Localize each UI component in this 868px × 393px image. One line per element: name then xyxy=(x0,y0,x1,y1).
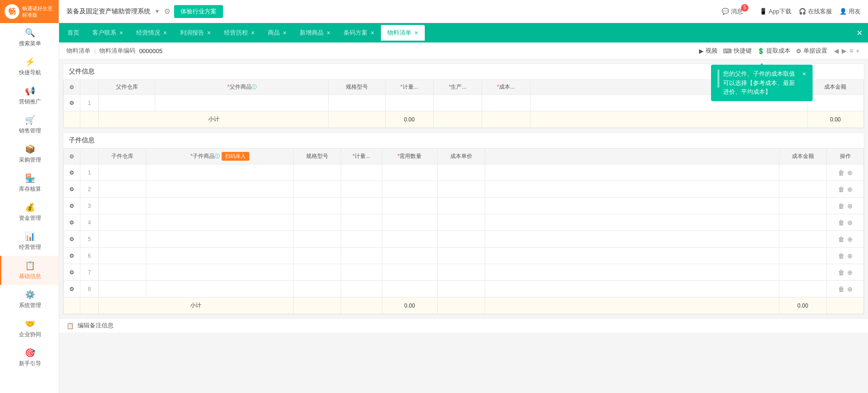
row-gear[interactable]: ⚙ xyxy=(64,198,80,214)
child-spec-cell[interactable] xyxy=(293,264,341,281)
child-product-cell[interactable] xyxy=(146,164,293,181)
close-all-tabs-icon[interactable]: ✕ xyxy=(853,29,866,37)
child-qty-cell[interactable] xyxy=(382,281,437,297)
child-qty-cell[interactable] xyxy=(382,248,437,264)
sidebar-item-快捷导航[interactable]: ⚡快捷导航 xyxy=(0,52,59,81)
notes-text[interactable]: 编辑备注信息 xyxy=(78,321,114,330)
add-icon[interactable]: + xyxy=(855,46,861,55)
copy-icon[interactable]: ⊕ xyxy=(847,202,853,210)
delete-icon[interactable]: 🗑 xyxy=(838,236,844,243)
copy-icon[interactable]: ⊕ xyxy=(847,252,853,260)
tooltip-close-button[interactable]: × xyxy=(802,69,806,79)
child-product-cell[interactable] xyxy=(146,214,293,231)
row-gear[interactable]: ⚙ xyxy=(64,95,80,111)
child-warehouse-cell[interactable] xyxy=(99,281,146,297)
copy-icon[interactable]: ⊕ xyxy=(847,186,853,193)
child-unit-cell[interactable] xyxy=(341,281,382,297)
child-warehouse-cell[interactable] xyxy=(99,214,146,231)
copy-icon[interactable]: ⊕ xyxy=(847,285,853,293)
child-spec-cell[interactable] xyxy=(293,198,341,214)
sidebar-item-营销推广[interactable]: 📢营销推广 xyxy=(0,81,59,110)
child-unit-cost-cell[interactable] xyxy=(437,181,485,198)
child-product-cell[interactable] xyxy=(146,281,293,297)
row-gear[interactable]: ⚙ xyxy=(64,248,80,264)
child-product-cell[interactable] xyxy=(146,198,293,214)
copy-icon[interactable]: ⊕ xyxy=(847,269,853,276)
child-unit-cost-cell[interactable] xyxy=(437,264,485,281)
copy-icon[interactable]: ⊕ xyxy=(847,169,853,176)
copy-icon[interactable]: ⊕ xyxy=(847,219,853,226)
delete-icon[interactable]: 🗑 xyxy=(838,219,844,226)
dropdown-arrow[interactable]: ▼ xyxy=(154,8,160,15)
tab-物料清单[interactable]: 物料清单✕ xyxy=(381,25,425,41)
child-spec-cell[interactable] xyxy=(293,281,341,297)
tab-close-icon[interactable]: ✕ xyxy=(207,30,211,36)
tab-close-icon[interactable]: ✕ xyxy=(414,30,418,36)
child-unit-cell[interactable] xyxy=(341,264,382,281)
online-service-button[interactable]: 🎧 在线客服 xyxy=(799,7,832,16)
tab-close-icon[interactable]: ✕ xyxy=(251,30,255,36)
child-spec-cell[interactable] xyxy=(293,164,341,181)
sidebar-item-搜索菜单[interactable]: 🔍搜索菜单 xyxy=(0,23,59,52)
child-unit-cell[interactable] xyxy=(341,181,382,198)
parent-product-cell[interactable] xyxy=(155,95,329,111)
breadcrumb-parent[interactable]: 物料清单 xyxy=(66,47,90,55)
tab-首页[interactable]: 首页 xyxy=(61,25,86,41)
child-warehouse-cell[interactable] xyxy=(99,181,146,198)
delete-icon[interactable]: 🗑 xyxy=(838,169,844,176)
user-menu[interactable]: 👤 用友 xyxy=(839,7,861,16)
sidebar-item-经营管理[interactable]: 📊经营管理 xyxy=(0,227,59,256)
child-unit-cell[interactable] xyxy=(341,164,382,181)
row-gear[interactable]: ⚙ xyxy=(64,181,80,198)
child-unit-cost-cell[interactable] xyxy=(437,198,485,214)
row-gear[interactable]: ⚙ xyxy=(64,231,80,248)
cost-action[interactable]: 💲 提取成本 xyxy=(757,47,790,55)
child-spec-cell[interactable] xyxy=(293,231,341,248)
child-product-cell[interactable] xyxy=(146,264,293,281)
child-warehouse-cell[interactable] xyxy=(99,231,146,248)
parent-warehouse-cell[interactable] xyxy=(99,95,155,111)
gear-icon[interactable]: ⚙ xyxy=(69,84,74,91)
child-unit-cell[interactable] xyxy=(341,231,382,248)
sidebar-item-基础信息[interactable]: 📋基础信息 xyxy=(0,256,59,285)
sidebar-item-系统管理[interactable]: ⚙️系统管理 xyxy=(0,285,59,314)
tab-条码方案[interactable]: 条码方案✕ xyxy=(337,25,381,41)
tab-新增商品[interactable]: 新增商品✕ xyxy=(293,25,337,41)
tab-close-icon[interactable]: ✕ xyxy=(163,30,167,36)
sidebar-item-采购管理[interactable]: 📦采购管理 xyxy=(0,139,59,169)
child-gear-icon[interactable]: ⚙ xyxy=(69,153,74,160)
sidebar-item-企业协同[interactable]: 🤝企业协同 xyxy=(0,314,59,343)
parent-production-cell[interactable] xyxy=(434,95,482,111)
delete-icon[interactable]: 🗑 xyxy=(838,285,844,293)
child-qty-cell[interactable] xyxy=(382,198,437,214)
child-qty-cell[interactable] xyxy=(382,264,437,281)
child-unit-cost-cell[interactable] xyxy=(437,281,485,297)
parent-unit-cell[interactable] xyxy=(385,95,434,111)
tab-close-icon[interactable]: ✕ xyxy=(326,30,331,36)
delete-icon[interactable]: 🗑 xyxy=(838,269,844,276)
copy-icon[interactable]: ⊕ xyxy=(847,236,853,243)
child-qty-cell[interactable] xyxy=(382,181,437,198)
message-button[interactable]: 💬 消息 5 xyxy=(722,7,752,16)
sidebar-item-资金管理[interactable]: 💰资金管理 xyxy=(0,198,59,227)
shortcut-action[interactable]: ⌨ 快捷键 xyxy=(723,47,752,55)
tab-经营情况[interactable]: 经营情况✕ xyxy=(130,25,174,41)
child-unit-cost-cell[interactable] xyxy=(437,164,485,181)
sidebar-item-库存核算[interactable]: 🏪库存核算 xyxy=(0,169,59,198)
tab-close-icon[interactable]: ✕ xyxy=(119,30,123,36)
row-gear[interactable]: ⚙ xyxy=(64,264,80,281)
child-warehouse-cell[interactable] xyxy=(99,264,146,281)
prev-arrow[interactable]: ◀ xyxy=(833,46,840,55)
row-gear[interactable]: ⚙ xyxy=(64,164,80,181)
child-product-cell[interactable] xyxy=(146,231,293,248)
child-spec-cell[interactable] xyxy=(293,214,341,231)
sidebar-item-新手引导[interactable]: 🎯新手引导 xyxy=(0,343,59,372)
parent-spec-cell[interactable] xyxy=(329,95,385,111)
next-arrow[interactable]: ▶ xyxy=(841,46,848,55)
child-product-cell[interactable] xyxy=(146,181,293,198)
settings-icon[interactable]: ⚙ xyxy=(164,7,170,16)
child-qty-cell[interactable] xyxy=(382,231,437,248)
trial-button[interactable]: 体验行业方案 xyxy=(174,5,223,18)
tab-close-icon[interactable]: ✕ xyxy=(370,30,374,36)
delete-icon[interactable]: 🗑 xyxy=(838,186,844,193)
